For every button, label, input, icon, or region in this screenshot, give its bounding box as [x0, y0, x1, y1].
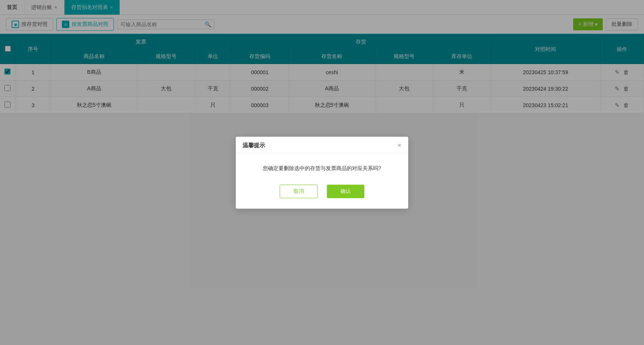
modal-overlay: 温馨提示 × 您确定要删除选中的存货与发票商品的对应关系吗? 取消 确认	[0, 0, 644, 114]
